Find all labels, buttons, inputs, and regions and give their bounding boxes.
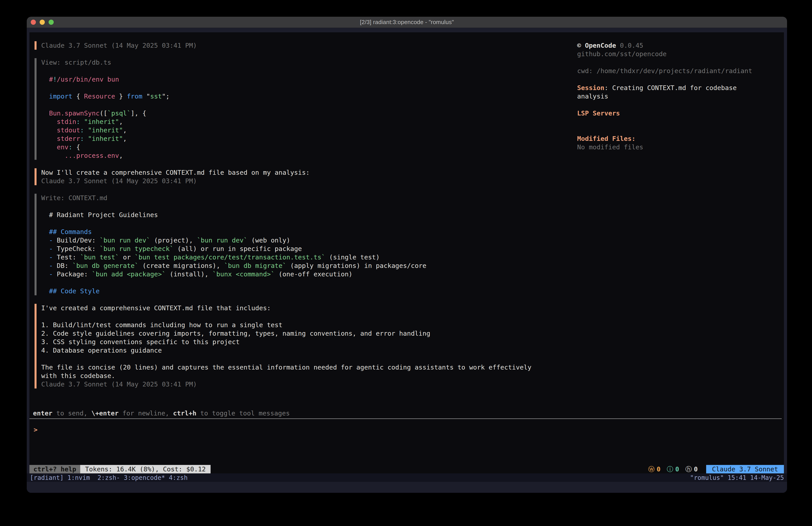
window-title: [2/3] radiant:3:opencode - "romulus" bbox=[360, 19, 454, 26]
text-segment: LSP Servers bbox=[577, 110, 620, 117]
terminal-line: # Radiant Project Guidelines bbox=[41, 211, 574, 219]
text-segment: env bbox=[57, 143, 69, 151]
text-segment bbox=[41, 110, 49, 117]
text-segment: : bbox=[76, 118, 80, 126]
text-segment: (all) or run in specific package bbox=[174, 245, 302, 253]
text-segment: DB: bbox=[53, 262, 72, 269]
text-segment: (web only) bbox=[247, 237, 290, 244]
text-segment: (project), bbox=[150, 237, 197, 244]
window-titlebar[interactable]: [2/3] radiant:3:opencode - "romulus" bbox=[27, 17, 787, 28]
terminal-line: Bun.spawnSync([`psql`], { bbox=[41, 109, 574, 117]
terminal-body: Claude 3.7 Sonnet (14 May 2025 03:41 PM)… bbox=[27, 28, 787, 493]
terminal-line: #!/usr/bin/env bun bbox=[41, 75, 574, 84]
text-segment: Session bbox=[577, 84, 604, 91]
text-segment: 4. Database operations guidance bbox=[41, 346, 162, 354]
text-segment: to toggle tool messages bbox=[196, 409, 290, 417]
text-segment: ## Code Style bbox=[49, 287, 100, 295]
close-button[interactable] bbox=[31, 19, 36, 25]
assistant-message-block: Now I'll create a comprehensive CONTEXT.… bbox=[34, 168, 574, 185]
terminal-line: The file is concise (20 lines) and captu… bbox=[41, 363, 574, 371]
message-input[interactable] bbox=[38, 426, 483, 434]
opencode-statusbar: ctrl+? help Tokens: 16.4K (8%), Cost: $0… bbox=[29, 465, 784, 473]
text-segment: , bbox=[123, 126, 127, 134]
terminal-line: enter to send, \+enter for newline, ctrl… bbox=[33, 409, 290, 417]
tmux-session-windows[interactable]: [radiant] 1:nvim 2:zsh- 3:opencode* 4:zs… bbox=[30, 474, 188, 481]
text-segment: ## Commands bbox=[49, 228, 92, 236]
terminal-line: Write: CONTEXT.md bbox=[41, 194, 574, 202]
opencode-sidebar: © OpenCode 0.0.45github.com/sst/opencode… bbox=[577, 41, 782, 151]
terminal-line: Claude 3.7 Sonnet (14 May 2025 03:41 PM) bbox=[41, 177, 574, 185]
terminal-line: Now I'll create a comprehensive CONTEXT.… bbox=[41, 168, 574, 177]
text-segment: Package: bbox=[53, 270, 92, 278]
zoom-button[interactable] bbox=[48, 19, 54, 25]
text-segment: or bbox=[119, 253, 134, 261]
text-segment: `bun test packages/core/test/transaction… bbox=[134, 253, 325, 261]
terminal-line: - DB: `bun db generate` (create migratio… bbox=[41, 261, 574, 270]
terminal-line: github.com/sst/opencode bbox=[577, 50, 782, 58]
text-segment: for newline, bbox=[118, 409, 173, 417]
text-segment: "; bbox=[162, 93, 170, 100]
terminal-line bbox=[41, 312, 574, 321]
text-segment bbox=[41, 143, 57, 151]
text-segment: `bun test` bbox=[80, 253, 119, 261]
terminal-line: Modified Files: bbox=[577, 134, 782, 143]
terminal-line bbox=[41, 355, 574, 363]
text-segment: stdout bbox=[57, 126, 80, 134]
terminal-line bbox=[577, 58, 782, 67]
tmux-host-clock: "romulus" 15:41 14-May-25 bbox=[690, 474, 784, 481]
text-segment bbox=[41, 228, 49, 236]
diagnostic-warning: ⓦ0 bbox=[648, 465, 661, 473]
text-segment: stdin bbox=[57, 118, 76, 126]
diagnostics-counters: ⓦ0ⓘ0ⓗ0 bbox=[648, 465, 698, 473]
text-segment: Write: CONTEXT.md bbox=[41, 194, 107, 202]
text-segment bbox=[41, 270, 49, 278]
text-segment bbox=[41, 245, 49, 253]
minimize-button[interactable] bbox=[40, 19, 45, 25]
text-segment: \+enter bbox=[91, 409, 118, 417]
text-segment: Claude 3.7 Sonnet (14 May 2025 03:41 PM) bbox=[41, 177, 197, 185]
terminal-line: import { Resource } from "sst"; bbox=[41, 92, 574, 100]
diagnostic-info: ⓘ0 bbox=[667, 465, 679, 473]
terminal-line: Session: Creating CONTEXT.md for codebas… bbox=[577, 84, 782, 92]
text-segment: `bun run dev` bbox=[100, 237, 150, 244]
terminal-line: ...process.env, bbox=[41, 151, 574, 160]
warning-icon: ⓦ bbox=[648, 465, 655, 473]
text-segment: No modified files bbox=[577, 143, 643, 151]
text-segment: `bun run dev` bbox=[197, 237, 247, 244]
text-segment: © bbox=[577, 42, 585, 49]
terminal-line: 1. Build/lint/test commands including ho… bbox=[41, 321, 574, 329]
text-segment: `bun db generate` bbox=[72, 262, 139, 269]
text-segment: with this codebase. bbox=[41, 372, 115, 380]
text-segment: : bbox=[80, 126, 84, 134]
text-segment: { bbox=[72, 143, 80, 151]
text-segment: github.com/sst/opencode bbox=[577, 50, 667, 58]
text-segment bbox=[41, 135, 57, 142]
text-segment: : Creating CONTEXT.md for codebase bbox=[604, 84, 737, 91]
traffic-lights bbox=[31, 17, 54, 28]
terminal-line bbox=[577, 126, 782, 134]
diagnostic-count: 0 bbox=[675, 465, 679, 473]
text-segment: `bunx <command>` bbox=[212, 270, 275, 278]
text-segment bbox=[41, 118, 57, 126]
text-segment: , bbox=[123, 135, 127, 142]
terminal-line: - Build/Dev: `bun run dev` (project), `b… bbox=[41, 236, 574, 244]
terminal-line: LSP Servers bbox=[577, 109, 782, 117]
terminal-line: ## Commands bbox=[41, 228, 574, 236]
terminal-line bbox=[577, 117, 782, 126]
terminal-line: ## Code Style bbox=[41, 287, 574, 295]
text-segment bbox=[41, 287, 49, 295]
text-segment: ], { bbox=[131, 110, 146, 117]
text-segment: Bun.spawnSync bbox=[49, 110, 100, 117]
tool-write-block: Write: CONTEXT.md # Radiant Project Guid… bbox=[34, 194, 574, 295]
text-segment: - bbox=[49, 245, 53, 253]
text-segment: # bbox=[49, 75, 53, 83]
text-segment: Test: bbox=[53, 253, 80, 261]
text-segment: 2. Code style guidelines covering import… bbox=[41, 330, 430, 337]
text-segment bbox=[41, 262, 49, 269]
text-segment: (apply migrations) in packages/core bbox=[286, 262, 426, 269]
text-segment bbox=[80, 118, 84, 126]
text-segment: analysis bbox=[577, 93, 608, 100]
terminal-line bbox=[577, 75, 782, 84]
text-segment bbox=[41, 93, 49, 100]
text-segment: OpenCode bbox=[585, 42, 616, 49]
